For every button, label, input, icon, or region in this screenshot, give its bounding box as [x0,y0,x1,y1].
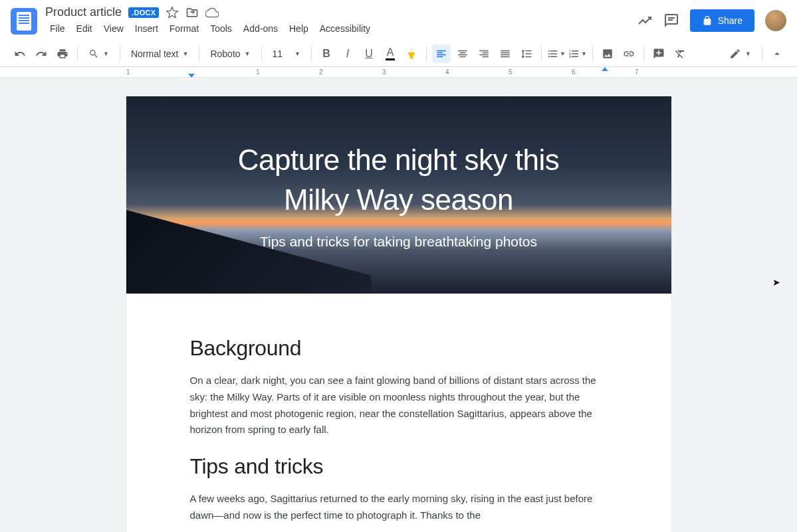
cursor-icon: ➤ [772,277,780,288]
star-icon[interactable] [166,6,179,19]
bulleted-list-button[interactable]: ▼ [547,44,566,63]
menu-tools[interactable]: Tools [205,21,237,37]
zoom-dropdown[interactable]: ▼ [83,44,114,63]
align-left-button[interactable] [432,44,451,63]
menu-view[interactable]: View [99,21,128,37]
paragraph-background[interactable]: On a clear, dark night, you can see a fa… [190,373,608,438]
horizontal-ruler[interactable]: 1 1 2 3 4 5 6 7 [0,67,797,78]
heading-background[interactable]: Background [190,336,608,361]
align-center-button[interactable] [453,44,472,63]
lock-icon [702,15,713,26]
line-spacing-button[interactable] [517,44,536,63]
share-label: Share [718,15,742,26]
add-comment-button[interactable] [649,44,668,63]
underline-button[interactable]: U [360,44,378,63]
zoom-icon [88,48,99,59]
share-button[interactable]: Share [690,9,754,32]
numbered-list-button[interactable]: ▼ [568,44,587,63]
menu-format[interactable]: Format [165,21,203,37]
document-title[interactable]: Product article [45,5,122,19]
collapse-toolbar-button[interactable] [768,44,786,63]
move-icon[interactable] [185,6,199,19]
text-color-button[interactable]: A [381,44,399,63]
undo-button[interactable] [11,44,29,63]
article-subtitle[interactable]: Tips and tricks for taking breathtaking … [260,234,537,250]
header-actions: Share [637,9,786,32]
menu-help[interactable]: Help [285,21,313,37]
article-body[interactable]: Background On a clear, dark night, you c… [126,294,671,532]
insert-link-button[interactable] [620,44,638,63]
menu-addons[interactable]: Add-ons [239,21,283,37]
comments-icon[interactable] [663,13,679,29]
bold-button[interactable]: B [317,44,336,63]
user-avatar[interactable] [765,10,786,31]
menu-insert[interactable]: Insert [130,21,163,37]
heading-tips[interactable]: Tips and tricks [190,454,608,479]
menu-file[interactable]: File [45,21,70,37]
italic-button[interactable]: I [338,44,357,63]
menu-accessibility[interactable]: Accessibility [315,21,375,37]
docs-logo[interactable] [11,8,37,35]
font-size-dropdown[interactable]: 11▼ [267,44,306,63]
align-right-button[interactable] [475,44,493,63]
hero-image: Capture the night sky this Milky Way sea… [126,96,671,294]
highlight-button[interactable] [402,44,421,63]
print-button[interactable] [53,44,72,63]
document-bar: Product article .DOCX File Edit View Ins… [45,5,637,37]
style-dropdown[interactable]: Normal text▼ [126,44,194,63]
activity-icon[interactable] [637,13,653,29]
align-justify-button[interactable] [496,44,514,63]
paragraph-tips[interactable]: A few weeks ago, Sagittarius returned to… [190,491,608,524]
cloud-status-icon[interactable] [205,6,219,19]
redo-button[interactable] [32,44,51,63]
menu-edit[interactable]: Edit [72,21,97,37]
menu-bar: File Edit View Insert Format Tools Add-o… [45,21,637,37]
app-header: Product article .DOCX File Edit View Ins… [0,0,797,37]
pencil-icon [729,48,741,60]
insert-image-button[interactable] [598,44,617,63]
formatting-toolbar: ▼ Normal text▼ Roboto▼ 11▼ B I U A ▼ ▼ ▼ [0,41,797,67]
editing-mode-dropdown[interactable]: ▼ [724,44,756,63]
document-page[interactable]: Capture the night sky this Milky Way sea… [126,96,671,532]
article-title[interactable]: Capture the night sky this Milky Way sea… [238,140,559,219]
document-canvas[interactable]: Capture the night sky this Milky Way sea… [0,78,797,532]
docx-badge: .DOCX [128,7,159,18]
clear-formatting-button[interactable] [671,44,689,63]
font-dropdown[interactable]: Roboto▼ [205,44,255,63]
